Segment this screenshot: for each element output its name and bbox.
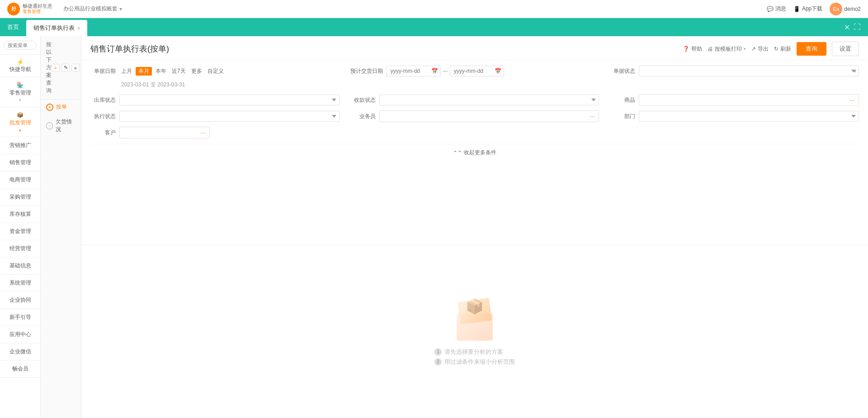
search-input[interactable]	[4, 41, 37, 50]
chevron-down-icon: ▾	[19, 98, 21, 102]
date-controls: 上月 本月 本年 近7天 更多 自定义	[119, 67, 340, 76]
user-menu[interactable]: Ea demo2	[830, 3, 861, 15]
query-button[interactable]: 查询	[797, 42, 826, 56]
filter-expected-date-item: 预计交货日期 📅 — 📅	[350, 66, 599, 76]
tab-sales-execution[interactable]: 销售订单执行表 ×	[26, 20, 87, 36]
filter-row-2: 出库状态 收款状态 商品	[90, 94, 859, 106]
salesperson-label: 业务员	[350, 113, 376, 120]
sidebar-item-batch-mgmt[interactable]: 📦 批发管理 ▴	[0, 107, 40, 137]
filter-payment-status-item: 收款状态	[350, 94, 599, 106]
goods-more-icon[interactable]: ···	[849, 96, 855, 104]
bill-status-label: 单据状态	[610, 67, 635, 75]
filter-section: 单据日期 上月 本月 本年 近7天 更多 自定义 预计交货日	[81, 60, 868, 245]
sidebar-item-zero-retail[interactable]: 🏪 零售管理 ▾	[0, 77, 40, 107]
goods-control[interactable]: ···	[639, 94, 859, 106]
sub-menu: 按以下方案查询 + ✎ « ● 按单 ○ 欠货情况	[41, 36, 81, 418]
sidebar-item-enterprise[interactable]: 企业协同	[0, 292, 40, 309]
customer-more-icon[interactable]: ···	[200, 129, 206, 136]
top-bar: 好 畅捷通好生意 零售管理 办公用品行业模拟账套 ▾ 💬 消息 📱 App下载 …	[0, 0, 868, 18]
bill-status-control: ▾	[639, 66, 859, 76]
sidebar-item-app-center[interactable]: 应用中心	[0, 326, 40, 343]
sidebar-item-marketing[interactable]: 营销推广	[0, 137, 40, 154]
date-tab-last-month[interactable]: 上月	[119, 67, 134, 76]
salesperson-more-icon[interactable]: ···	[590, 113, 595, 120]
tab-close-window-icon[interactable]: ✕	[844, 23, 850, 32]
empty-tip-1: 1 请先选择要分析的方案	[434, 348, 515, 356]
salesperson-control[interactable]: ···	[379, 110, 599, 122]
execution-status-control	[119, 111, 340, 122]
filter-delivery-status-item: 出库状态	[90, 94, 340, 106]
message-btn[interactable]: 💬 消息	[767, 5, 786, 13]
filter-bill-status-item: 单据状态 ▾	[610, 66, 859, 76]
sidebar-item-newbie[interactable]: 新手引导	[0, 309, 40, 326]
payment-status-control	[379, 95, 599, 105]
sidebar-item-inventory[interactable]: 库存核算	[0, 206, 40, 223]
print-icon: 🖨	[708, 46, 713, 52]
expected-date-start-wrap: 📅	[387, 66, 441, 76]
sub-menu-edit-btn[interactable]: ✎	[61, 64, 70, 72]
date-tab-custom[interactable]: 自定义	[206, 67, 226, 76]
tab-close-icon[interactable]: ×	[77, 25, 80, 31]
app-download-btn[interactable]: 📱 App下载	[793, 5, 822, 13]
sidebar-item-purchase[interactable]: 采购管理	[0, 189, 40, 206]
sidebar-item-sales-mgmt[interactable]: 销售管理	[0, 154, 40, 171]
tab-bar-actions: ✕ ⛶	[844, 23, 868, 32]
refresh-btn[interactable]: ↻ 刷新	[774, 45, 791, 53]
sidebar-item-vip[interactable]: 畅会员	[0, 361, 40, 378]
date-tabs: 上月 本月 本年 近7天 更多 自定义	[119, 67, 226, 76]
tab-fullscreen-icon[interactable]: ⛶	[854, 23, 861, 31]
sidebar-item-quick-nav[interactable]: ⚡ 快捷导航	[0, 55, 40, 77]
execution-status-select[interactable]	[119, 111, 340, 122]
export-btn[interactable]: ↗ 导出	[751, 45, 769, 53]
tab-home[interactable]: 首页	[0, 18, 26, 36]
help-btn[interactable]: ❓ 帮助	[683, 45, 702, 53]
sidebar-item-system[interactable]: 系统管理	[0, 275, 40, 292]
sub-menu-item-press-single[interactable]: ● 按单	[41, 100, 81, 114]
payment-status-select[interactable]	[379, 95, 599, 105]
customer-control[interactable]: ···	[119, 127, 210, 138]
settings-button[interactable]: 设置	[832, 42, 859, 56]
bill-status-select[interactable]	[639, 66, 859, 76]
main-layout: ⚡ 快捷导航 🏪 零售管理 ▾ 📦 批发管理 ▴ 营销推广 销售管理 电商管理 …	[0, 36, 868, 418]
date-label: 单据日期	[90, 67, 116, 75]
empty-state: 📦 1 请先选择要分析的方案 2 用过滤条件来缩小分析范围	[81, 245, 868, 418]
refresh-icon: ↻	[774, 46, 778, 52]
empty-tips: 1 请先选择要分析的方案 2 用过滤条件来缩小分析范围	[434, 346, 515, 368]
logo-icon: 好	[7, 3, 20, 15]
delivery-status-select[interactable]	[119, 95, 340, 105]
sub-menu-header: 按以下方案查询 + ✎ «	[41, 36, 81, 100]
filter-salesperson-item: 业务员 ···	[350, 110, 599, 122]
department-select[interactable]	[639, 111, 859, 122]
print-btn[interactable]: 🖨 按模板打印 ▾	[708, 45, 746, 53]
sub-menu-add-btn[interactable]: +	[52, 64, 60, 72]
delivery-status-label: 出库状态	[90, 96, 116, 104]
empty-tip-2: 2 用过滤条件来缩小分析范围	[434, 358, 515, 366]
sidebar-item-wechat[interactable]: 企业微信	[0, 343, 40, 361]
sidebar-item-operations[interactable]: 经营管理	[0, 240, 40, 257]
collapse-up-icon: ⌃⌃	[453, 150, 462, 156]
tab-bar: 首页 销售订单执行表 × ✕ ⛶	[0, 18, 868, 36]
empty-illustration: 📦	[448, 295, 502, 341]
goods-label: 商品	[610, 96, 635, 104]
sidebar: ⚡ 快捷导航 🏪 零售管理 ▾ 📦 批发管理 ▴ 营销推广 销售管理 电商管理 …	[0, 36, 41, 418]
sidebar-item-finance[interactable]: 资金管理	[0, 223, 40, 240]
expected-date-end-input[interactable]	[450, 66, 504, 76]
sidebar-batch-icon: 📦	[17, 112, 24, 118]
sidebar-item-ecommerce[interactable]: 电商管理	[0, 171, 40, 189]
export-icon: ↗	[751, 46, 756, 52]
chevron-down-icon[interactable]: ▾	[119, 6, 122, 12]
sub-menu-item-credit-status[interactable]: ○ 欠货情况	[41, 114, 81, 137]
expected-date-start-input[interactable]	[387, 66, 441, 76]
sub-menu-collapse-btn[interactable]: «	[71, 64, 80, 72]
expected-date-label: 预计交货日期	[350, 67, 383, 75]
date-tab-current-month[interactable]: 本月	[136, 67, 152, 76]
filter-date-item: 单据日期 上月 本月 本年 近7天 更多 自定义	[90, 66, 340, 76]
collapse-button[interactable]: ⌃⌃ 收起更多条件	[453, 146, 496, 159]
date-tab-last7[interactable]: 近7天	[170, 67, 188, 76]
print-chevron-icon: ▾	[744, 47, 746, 51]
sidebar-item-basic-info[interactable]: 基础信息	[0, 257, 40, 275]
date-tab-more[interactable]: 更多	[189, 67, 204, 76]
expected-date-controls: 📅 — 📅	[387, 66, 599, 76]
date-tab-current-year[interactable]: 本年	[154, 67, 168, 76]
sub-menu-actions: + ✎ «	[52, 64, 80, 72]
